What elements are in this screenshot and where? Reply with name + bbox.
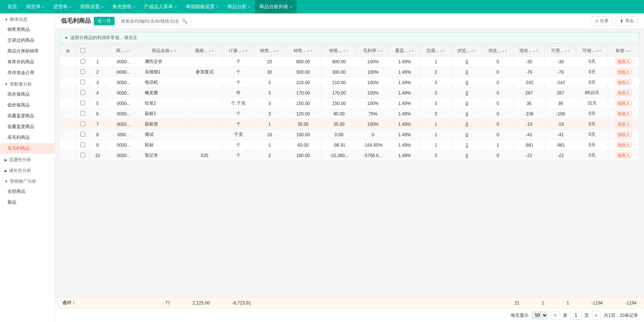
row-select-checkbox[interactable] xyxy=(80,153,85,157)
sidebar-item-low-margin[interactable]: 低毛利商品 xyxy=(0,143,55,154)
row-checkbox[interactable] xyxy=(76,150,89,161)
row-select-checkbox[interactable] xyxy=(80,80,85,85)
row-name[interactable]: 电话机 xyxy=(142,77,187,88)
nav-close-analysis-list[interactable]: × xyxy=(290,5,292,9)
th-browse2[interactable]: 浏览... ▲▼ xyxy=(482,45,513,57)
sidebar-group-overview[interactable]: ▼ 整体信息 xyxy=(0,13,55,24)
per-page-select[interactable]: 50 xyxy=(532,311,548,319)
sidebar-item-all-goods[interactable]: 全部商品 xyxy=(0,186,55,197)
nav-permission-setting[interactable]: 权限设置 × xyxy=(76,0,108,13)
share-btn[interactable]: ↗ 分享 xyxy=(590,16,613,26)
row-browse1[interactable]: 0 xyxy=(451,98,482,109)
sidebar-group-marketing[interactable]: ▼ 营销推广分析 xyxy=(0,175,55,186)
row-browse1[interactable]: 0 xyxy=(451,77,482,88)
row-select-checkbox[interactable] xyxy=(80,121,85,126)
row-name[interactable]: 鼠标 xyxy=(142,140,187,150)
row-name[interactable]: 属性定价 xyxy=(142,57,187,67)
th-cover-rate[interactable]: 覆盖... ▲▼ xyxy=(389,45,420,57)
select-all-checkbox[interactable] xyxy=(80,48,85,53)
row-checkbox[interactable] xyxy=(76,98,89,109)
row-checkbox[interactable] xyxy=(76,109,89,119)
sidebar-group-growth[interactable]: ▶ 成长性分析 xyxy=(0,165,55,175)
nav-close-role[interactable]: × xyxy=(133,5,135,9)
nav-product-analysis-list[interactable]: 商品分析列表 × xyxy=(255,0,297,13)
th-code[interactable]: 商... ▲▼ xyxy=(106,45,142,57)
row-name[interactable]: 鼠标1 xyxy=(142,109,187,119)
th-gross-rate[interactable]: 毛利率 ▲▼ xyxy=(357,45,389,57)
sidebar-item-sales-goods[interactable]: 销售类商品 xyxy=(0,24,55,35)
row-checkbox[interactable] xyxy=(76,67,89,77)
row-checkbox[interactable] xyxy=(76,140,89,150)
nav-close-permission[interactable]: × xyxy=(101,5,103,9)
row-name[interactable]: 笔记本 xyxy=(142,150,187,161)
search-input[interactable] xyxy=(121,19,180,24)
search-icon[interactable]: 🔍 xyxy=(182,19,188,24)
nav-product-analysis[interactable]: 商品分析 × xyxy=(223,0,255,13)
table-container[interactable]: ⚙ 商... ▲▼ 商品名称 ▲▼ xyxy=(55,45,644,297)
th-sales-qty[interactable]: 销售... ▲▼ xyxy=(254,45,285,57)
row-checkbox[interactable] xyxy=(76,57,89,67)
row-checkbox[interactable] xyxy=(76,88,89,98)
nav-sales-order[interactable]: 销货单 × xyxy=(22,0,49,13)
row-browse1[interactable]: 0 xyxy=(451,88,482,98)
sidebar-item-low-value[interactable]: 低价值商品 xyxy=(0,100,55,111)
row-browse1[interactable]: 1 xyxy=(451,140,482,150)
th-available[interactable]: 可用... ▲▼ xyxy=(545,45,576,57)
th-tag[interactable]: 标签 ▲▼ xyxy=(608,45,640,57)
th-saleable[interactable]: 可销... ▲▼ xyxy=(576,45,608,57)
nav-template-setting[interactable]: 单据模板设置 × xyxy=(181,0,223,13)
row-select-checkbox[interactable] xyxy=(80,132,85,137)
sidebar-group-flow[interactable]: ▶ 流通性分析 xyxy=(0,154,55,165)
sidebar-item-in-stock[interactable]: 有库存的商品 xyxy=(0,57,55,67)
nav-role-auth[interactable]: 角色授权 × xyxy=(108,0,140,13)
nav-close-sales[interactable]: × xyxy=(42,5,44,9)
row-name[interactable]: 鼠标垫 xyxy=(142,119,187,130)
th-checkbox[interactable] xyxy=(76,45,89,57)
sidebar-item-high-margin[interactable]: 高毛利商品 xyxy=(0,132,55,143)
row-select-checkbox[interactable] xyxy=(80,69,85,74)
row-browse1[interactable]: 0 xyxy=(451,130,482,140)
row-name[interactable]: 橡皮擦 xyxy=(142,88,187,98)
export-btn[interactable]: ⬆ 导出 xyxy=(616,16,638,26)
sidebar-item-traded-goods[interactable]: 交易过的商品 xyxy=(0,35,55,46)
prev-page-btn[interactable]: ＜ xyxy=(551,311,560,320)
row-browse1[interactable]: 0 xyxy=(451,150,482,161)
nav-close-product-entry[interactable]: × xyxy=(174,5,177,9)
th-txn[interactable]: 交易... ▲▼ xyxy=(420,45,451,57)
row-checkbox[interactable] xyxy=(76,77,89,88)
sidebar-item-high-value[interactable]: 高价值商品 xyxy=(0,89,55,100)
page-number-input[interactable] xyxy=(570,311,581,320)
nav-close-purchase[interactable]: × xyxy=(69,5,71,9)
row-select-checkbox[interactable] xyxy=(80,90,85,95)
next-page-btn[interactable]: ＞ xyxy=(592,311,601,320)
nav-home[interactable]: 首页 xyxy=(3,0,22,13)
sidebar-item-category-assist[interactable]: 商品分类助销率 xyxy=(0,46,55,57)
th-current[interactable]: 现有... ▲▼ xyxy=(513,45,545,57)
row-name[interactable]: 铅笔1 xyxy=(142,98,187,109)
th-sales-amount[interactable]: 销售... ▲▼ xyxy=(321,45,357,57)
sidebar-item-low-coverage[interactable]: 低覆盖度商品 xyxy=(0,121,55,132)
th-name[interactable]: 商品名称 ▲▼ xyxy=(142,45,187,57)
row-browse1[interactable]: 0 xyxy=(451,119,482,130)
sidebar-group-quantity[interactable]: ▼ 类数量分析 xyxy=(0,78,55,89)
row-checkbox[interactable] xyxy=(76,119,89,130)
th-sales-price[interactable]: 销售... ▲▼ xyxy=(285,45,321,57)
row-select-checkbox[interactable] xyxy=(80,59,85,64)
row-browse1[interactable]: 0 xyxy=(451,67,482,77)
row-browse1[interactable]: 0 xyxy=(451,109,482,119)
nav-purchase-order[interactable]: 进货单 × xyxy=(49,0,76,13)
filter-recent-month-btn[interactable]: 近一月 xyxy=(94,17,115,25)
nav-product-entry[interactable]: 产成品入库单 × xyxy=(140,0,181,13)
th-unit[interactable]: 计量... ▲▼ xyxy=(222,45,254,57)
th-browse1[interactable]: 浏览... ▲▼ xyxy=(451,45,482,57)
sidebar-item-high-coverage[interactable]: 高覆盖度商品 xyxy=(0,111,55,121)
th-settings[interactable]: ⚙ xyxy=(60,45,76,57)
row-select-checkbox[interactable] xyxy=(80,111,85,116)
row-name[interactable]: 吴细细1 xyxy=(142,67,187,77)
row-name[interactable]: 测试 xyxy=(142,130,187,140)
sidebar-item-new-goods[interactable]: 新品 xyxy=(0,197,55,208)
nav-close-template[interactable]: × xyxy=(216,5,218,9)
row-select-checkbox[interactable] xyxy=(80,142,85,147)
row-select-checkbox[interactable] xyxy=(80,101,85,105)
row-browse1[interactable]: 0 xyxy=(451,57,482,67)
